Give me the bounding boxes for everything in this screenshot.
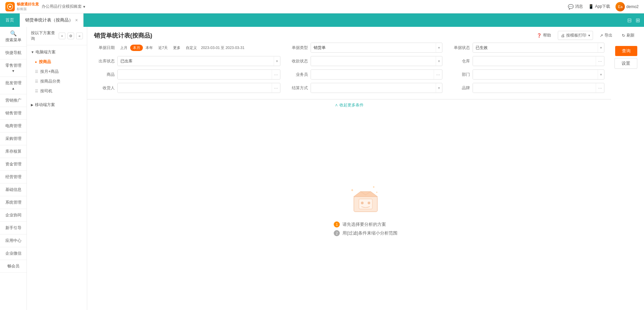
product-input[interactable] (118, 70, 272, 79)
main-layout: 🔍 搜索菜单 快捷导航 零售管理 ▼ 批发管理 ▲ 营销推广 销售管理 电商管理… (0, 27, 644, 310)
sidebar-item-quick-nav[interactable]: 快捷导航 (0, 47, 26, 59)
receiver-dots[interactable]: ··· (272, 83, 280, 93)
tab-home[interactable]: 首页 (0, 13, 20, 27)
filter-item-by-product[interactable]: ● 按商品 (27, 57, 87, 67)
department-input[interactable] (473, 70, 598, 79)
sidebar-item-system[interactable]: 系统管理 (0, 196, 26, 209)
edit-scheme-btn[interactable]: ⚙ (67, 33, 74, 39)
date-range-text: 2023-03-01 至 2023-03-31 (201, 45, 245, 50)
doc-status-input[interactable] (473, 43, 598, 52)
user-name: demo2 (626, 4, 639, 9)
date-btn-this-year[interactable]: 本年 (143, 45, 156, 51)
warehouse-input[interactable] (473, 56, 596, 66)
brand-input[interactable] (473, 83, 596, 93)
doc-type-label: 单据类型 (287, 45, 311, 51)
date-btn-more[interactable]: 更多 (170, 45, 183, 51)
filter-section-mobile-title[interactable]: ▶ 移动端方案 (27, 100, 87, 110)
date-btn-7days[interactable]: 近7天 (156, 45, 170, 51)
sidebar-item-operation[interactable]: 经营管理 (0, 171, 26, 184)
refresh-btn[interactable]: ↻ 刷新 (619, 31, 637, 40)
doc-status-arrow[interactable]: ▾ (598, 43, 604, 52)
tab-close-icon[interactable]: × (75, 18, 78, 22)
payment-method-input[interactable] (311, 83, 436, 93)
filter-item-by-cashier[interactable]: ☰ 按司机 (27, 86, 87, 96)
print-btn[interactable]: 🖨 按模板打印 ▾ (558, 31, 593, 40)
filter-section-desktop: ▼ 电脑端方案 ● 按商品 ☰ 按月+商品 ☰ 按商品分类 ☰ 按司机 (27, 45, 87, 98)
date-btn-custom[interactable]: 自定义 (183, 45, 200, 51)
sidebar-item-search[interactable]: 🔍 搜索菜单 (0, 27, 26, 47)
phone-icon: 📱 (588, 4, 594, 9)
filter-icon-category: ☰ (35, 79, 38, 84)
app-download-action[interactable]: 📱 App下载 (588, 4, 610, 9)
collapse-panel-btn[interactable]: « (76, 33, 83, 39)
sidebar-item-inventory[interactable]: 库存核算 (0, 145, 26, 158)
product-select[interactable]: ··· (117, 69, 280, 80)
payment-status-arrow[interactable]: ▾ (436, 56, 442, 66)
add-scheme-btn[interactable]: + (59, 33, 65, 39)
warehouse-dots[interactable]: ··· (596, 56, 604, 66)
date-btn-last-month[interactable]: 上月 (117, 45, 130, 51)
receiver-field: 收货人 ··· (94, 83, 280, 93)
product-dots[interactable]: ··· (272, 70, 280, 79)
sidebar-item-sales[interactable]: 销售管理 (0, 107, 26, 120)
query-button[interactable]: 查询 (615, 46, 637, 56)
filter-section-desktop-title[interactable]: ▼ 电脑端方案 (27, 47, 87, 57)
doc-type-input[interactable] (311, 43, 436, 52)
tab-sales-stat[interactable]: 销货单统计表（按商品） × (20, 13, 84, 27)
doc-status-label: 单据状态 (449, 45, 473, 51)
payment-method-select[interactable]: ▾ (311, 83, 442, 93)
sidebar-item-member[interactable]: 畅会员 (0, 260, 26, 273)
sidebar-item-purchase[interactable]: 采购管理 (0, 133, 26, 145)
section-expand-icon: ▼ (31, 50, 34, 54)
doc-type-field: 单据类型 ▾ (287, 43, 442, 53)
salesperson-select[interactable]: ··· (311, 69, 442, 80)
setting-button[interactable]: 设置 (614, 58, 637, 69)
out-status-arrow[interactable]: ▾ (274, 56, 280, 66)
sidebar-item-wholesale[interactable]: 批发管理 ▲ (0, 77, 26, 94)
tab-bar-right: ⊟ ⊞ (626, 16, 644, 25)
sidebar-item-finance[interactable]: 资金管理 (0, 158, 26, 171)
tip-number-1: 1 (334, 221, 340, 227)
export-btn[interactable]: ↗ 导出 (597, 31, 615, 40)
out-status-input[interactable] (118, 56, 274, 66)
breadcrumb-arrow[interactable]: ▾ (83, 4, 85, 9)
filter-section-mobile: ▶ 移动端方案 (27, 98, 87, 112)
salesperson-input[interactable] (311, 70, 434, 79)
doc-type-select[interactable]: ▾ (311, 43, 442, 53)
sidebar-item-ecommerce[interactable]: 电商管理 (0, 120, 26, 133)
help-btn[interactable]: ❓ 帮助 (534, 31, 554, 40)
sidebar-item-basic[interactable]: 基础信息 (0, 184, 26, 196)
department-arrow[interactable]: ▾ (598, 70, 604, 79)
collapse-conditions-btn[interactable]: ∧ 收起更多条件 (87, 99, 611, 111)
tab-maximize-icon[interactable]: ⊞ (634, 16, 641, 25)
receiver-input[interactable] (118, 83, 272, 93)
payment-status-label: 收款状态 (287, 58, 311, 64)
filter-item-by-month-product[interactable]: ☰ 按月+商品 (27, 67, 87, 76)
filter-panel-title: 按以下方案查询 (31, 30, 59, 42)
payment-method-arrow[interactable]: ▾ (436, 83, 442, 93)
sidebar-item-marketing[interactable]: 营销推广 (0, 94, 26, 107)
doc-type-arrow[interactable]: ▾ (436, 43, 442, 52)
warehouse-select[interactable]: ··· (473, 56, 604, 66)
svg-point-4 (368, 202, 370, 204)
brand-dots[interactable]: ··· (596, 83, 604, 93)
brand-select[interactable]: ··· (473, 83, 604, 93)
tab-minimize-icon[interactable]: ⊟ (626, 16, 633, 25)
user-area[interactable]: Ea demo2 (615, 2, 639, 11)
payment-status-input[interactable] (311, 56, 436, 66)
payment-status-select[interactable]: ▾ (311, 56, 442, 66)
doc-status-select[interactable]: ▾ (473, 43, 604, 53)
empty-tips: 1 请先选择要分析的方案 2 用[过滤]条件来缩小分析范围 (334, 221, 397, 236)
sidebar-item-new-guide[interactable]: 新手引导 (0, 222, 26, 235)
date-btn-this-month[interactable]: 本月 (130, 45, 143, 51)
sidebar-item-retail[interactable]: 零售管理 ▼ (0, 59, 26, 77)
salesperson-dots[interactable]: ··· (434, 70, 442, 79)
sidebar-item-enterprise-wechat[interactable]: 企业微信 (0, 247, 26, 260)
message-action[interactable]: 💬 消息 (568, 4, 583, 9)
sidebar-item-enterprise-coop[interactable]: 企业协同 (0, 209, 26, 222)
sidebar-item-app-center[interactable]: 应用中心 (0, 235, 26, 247)
department-select[interactable]: ▾ (473, 69, 604, 80)
filter-item-by-product-category[interactable]: ☰ 按商品分类 (27, 76, 87, 86)
out-status-select[interactable]: ▾ (117, 56, 280, 66)
receiver-select[interactable]: ··· (117, 83, 280, 93)
